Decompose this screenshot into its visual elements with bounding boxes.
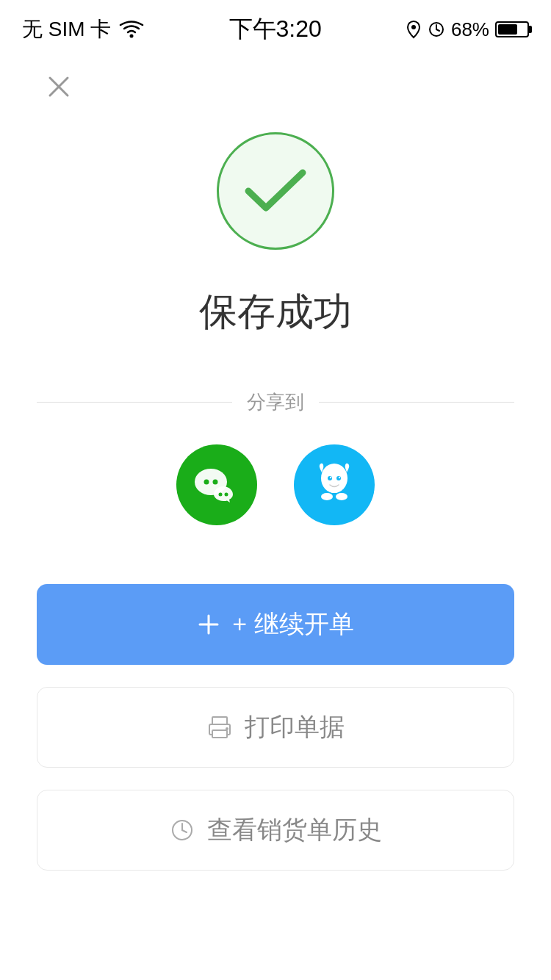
- qq-share-button[interactable]: [294, 444, 375, 525]
- checkmark-icon: [242, 165, 309, 217]
- svg-point-19: [336, 493, 347, 500]
- svg-point-11: [225, 493, 228, 497]
- status-bar: 无 SIM 卡 下午3:20 68%: [0, 0, 551, 59]
- wechat-share-button[interactable]: [176, 444, 257, 525]
- print-button[interactable]: 打印单据: [37, 687, 514, 768]
- svg-line-4: [436, 29, 439, 31]
- divider-row: 分享到: [0, 389, 551, 415]
- alarm-icon: [428, 21, 445, 38]
- success-title: 保存成功: [199, 287, 352, 338]
- success-circle: [217, 132, 334, 250]
- actions: + 继续开单 打印单据 查看销货单历史: [0, 584, 551, 871]
- carrier-text: 无 SIM 卡: [22, 15, 111, 43]
- svg-line-28: [182, 830, 187, 832]
- continue-button[interactable]: + 继续开单: [37, 584, 514, 665]
- status-right: 68%: [406, 18, 529, 41]
- svg-point-16: [329, 476, 331, 478]
- location-icon: [406, 20, 422, 39]
- battery-percent: 68%: [451, 18, 489, 41]
- svg-point-1: [411, 25, 416, 29]
- main-content: 保存成功 分享到: [0, 59, 551, 871]
- share-icons: [176, 444, 375, 525]
- svg-point-14: [328, 476, 332, 480]
- close-button[interactable]: [37, 65, 81, 109]
- close-icon: [46, 73, 72, 100]
- svg-point-9: [213, 480, 218, 485]
- svg-point-8: [204, 480, 209, 485]
- history-icon: [169, 817, 195, 843]
- wechat-icon: [191, 463, 242, 507]
- share-section: 分享到: [0, 389, 551, 525]
- qq-icon: [311, 458, 359, 513]
- svg-point-17: [338, 476, 339, 478]
- history-button[interactable]: 查看销货单历史: [37, 790, 514, 871]
- svg-point-25: [226, 727, 228, 730]
- plus-icon: [197, 613, 220, 636]
- svg-point-18: [321, 493, 333, 500]
- status-left: 无 SIM 卡: [22, 15, 145, 43]
- print-label: 打印单据: [245, 710, 345, 744]
- history-label: 查看销货单历史: [207, 813, 382, 847]
- svg-point-13: [324, 469, 345, 493]
- wifi-icon: [118, 20, 145, 39]
- battery-indicator: [495, 21, 529, 37]
- svg-rect-22: [212, 717, 227, 724]
- status-time: 下午3:20: [229, 13, 322, 46]
- share-label: 分享到: [232, 389, 319, 415]
- printer-icon: [206, 714, 233, 741]
- divider-left: [37, 402, 232, 403]
- divider-right: [319, 402, 514, 403]
- continue-label: + 继续开单: [232, 608, 353, 641]
- svg-point-10: [219, 493, 223, 497]
- svg-rect-24: [212, 730, 227, 738]
- svg-point-0: [130, 35, 134, 38]
- svg-point-15: [336, 476, 341, 480]
